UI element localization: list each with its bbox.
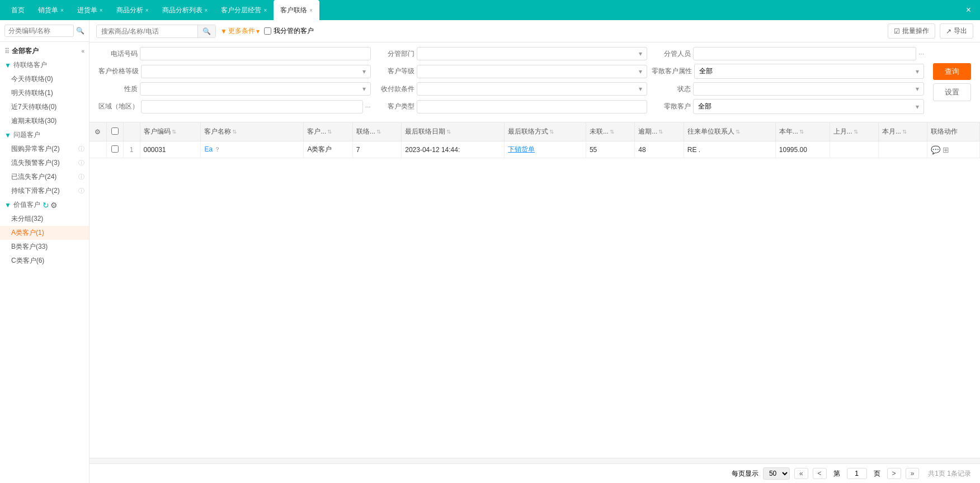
sidebar-item-7days[interactable]: 近7天待联络(0) [0, 100, 89, 114]
th-overdue[interactable]: 逾期... ⇅ [635, 122, 684, 141]
customer-level-select[interactable]: ▾ [417, 65, 648, 78]
query-button[interactable]: 查询 [933, 63, 971, 80]
row-uncontacted: 55 [586, 141, 634, 158]
search-input[interactable] [97, 25, 197, 37]
th-this-month[interactable]: 本月... ⇅ [878, 122, 927, 141]
manager-dots[interactable]: ··· [918, 50, 924, 58]
sidebar-search-input[interactable] [4, 25, 74, 37]
select-all-checkbox[interactable] [111, 127, 119, 135]
table-row: 1 000031 Ea ？ A类客户 7 2023-04-12 14:44: 下… [89, 141, 980, 158]
action-more-icon[interactable]: ⊞ [943, 145, 949, 154]
customer-level-label: 客户等级 [375, 67, 414, 76]
payment-arrow: ▾ [639, 85, 642, 93]
sidebar-search-icon[interactable]: 🔍 [76, 27, 84, 35]
page-size-label: 每页显示 [732, 469, 758, 479]
price-level-select[interactable]: ▾ [141, 65, 371, 78]
filter-toolbar: 🔍 ▼ 更多条件 ▾ 我分管的客户 ☑ 批量操作 ↗ 导出 [89, 20, 980, 42]
search-button[interactable]: 🔍 [197, 25, 215, 37]
sidebar-collapse-btn[interactable]: « [81, 48, 84, 54]
sidebar-item-a-class[interactable]: A类客户(1) [0, 226, 89, 240]
nav-analysis-list[interactable]: 商品分析列表 × [156, 0, 215, 20]
th-unit-contact[interactable]: 往来单位联系人 ⇅ [684, 122, 775, 141]
region-input[interactable] [141, 100, 363, 113]
action-chat-icon[interactable]: 💬 [931, 145, 940, 154]
nav-customer-tier-close[interactable]: × [263, 7, 267, 13]
value-refresh-icon[interactable]: ↻ [43, 201, 49, 210]
th-code[interactable]: 客户编码 ⇅ [140, 122, 201, 141]
current-page-input[interactable] [847, 468, 867, 479]
filter-cell-price-level: 客户价格等级 ▾ [98, 65, 371, 78]
th-last-date[interactable]: 最后联络日期 ⇅ [402, 122, 505, 141]
manager-input[interactable] [693, 47, 916, 60]
th-name[interactable]: 客户名称 ⇅ [201, 122, 304, 141]
sidebar-item-churned[interactable]: 已流失客户(24) ⓘ [0, 170, 89, 184]
close-all-tabs[interactable]: × [962, 5, 976, 15]
row-name[interactable]: Ea ？ [201, 141, 304, 158]
prev-page-btn[interactable]: < [813, 468, 827, 479]
filter-cell-dept: 分管部门 ▾ [375, 47, 648, 60]
th-last-month[interactable]: 上月... ⇅ [830, 122, 878, 141]
customer-type-input[interactable] [417, 100, 648, 113]
th-last-method[interactable]: 最后联络方式 ⇅ [505, 122, 586, 141]
nav-analysis-list-close[interactable]: × [205, 7, 208, 13]
last-page-btn[interactable]: » [906, 468, 920, 479]
price-level-label: 客户价格等级 [98, 67, 139, 76]
nav-purchase[interactable]: 进货单 × [70, 0, 110, 20]
row-select-checkbox[interactable] [111, 145, 119, 153]
nav-customer-contact-close[interactable]: × [309, 7, 313, 13]
sidebar-item-c-class[interactable]: C类客户(6) [0, 254, 89, 268]
sidebar-all-customers: ⠿ 全部客户 « [0, 42, 89, 58]
sidebar-item-tomorrow[interactable]: 明天待联络(1) [0, 86, 89, 100]
row-contact: 7 [352, 141, 401, 158]
nav-analysis[interactable]: 商品分析 × [110, 0, 156, 20]
my-customers-checkbox[interactable]: 我分管的客户 [264, 26, 314, 36]
sidebar-item-today[interactable]: 今天待联络(0) [0, 72, 89, 86]
export-icon: ↗ [946, 27, 951, 35]
more-conditions-btn[interactable]: ▼ 更多条件 ▾ [220, 26, 260, 36]
nature-select[interactable]: ▾ [140, 82, 371, 96]
value-settings-icon[interactable]: ⚙ [50, 201, 58, 210]
nav-customer-tier[interactable]: 客户分层经营 × [214, 0, 274, 20]
phone-input[interactable] [140, 47, 371, 60]
total-label: 共1页 1条记录 [928, 469, 971, 479]
sidebar-group-problem-label[interactable]: ▼ 问题客户 [0, 128, 89, 142]
sidebar-item-overdue[interactable]: 逾期未联络(30) [0, 114, 89, 128]
th-uncontacted[interactable]: 未联... ⇅ [586, 122, 634, 141]
th-type[interactable]: 客户... ⇅ [304, 122, 352, 141]
nav-customer-contact[interactable]: 客户联络 × [274, 0, 319, 20]
payment-select[interactable]: ▾ [417, 82, 648, 96]
region-dots[interactable]: ··· [365, 103, 371, 111]
nav-sales-close[interactable]: × [60, 7, 64, 13]
row-this-year: 10995.00 [775, 141, 830, 158]
nav-analysis-close[interactable]: × [145, 7, 149, 13]
sidebar-group-pending-label[interactable]: ▼ 待联络客户 [0, 58, 89, 72]
page-size-select[interactable]: 50 [763, 467, 790, 480]
sidebar-item-unclassified[interactable]: 未分组(32) [0, 212, 89, 226]
batch-op-button[interactable]: ☑ 批量操作 [888, 23, 935, 39]
status-select[interactable]: ▾ [693, 82, 924, 96]
retail-attr-select[interactable]: 全部 ▾ [694, 64, 924, 79]
horizontal-scrollbar[interactable] [89, 458, 980, 463]
nav-home[interactable]: 首页 [4, 0, 31, 20]
nav-sales[interactable]: 销货单 × [31, 0, 70, 20]
sidebar-item-churn-warning[interactable]: 流失预警客户(3) ⓘ [0, 156, 89, 170]
retail-select[interactable]: 全部 ▾ [693, 99, 924, 114]
export-button[interactable]: ↗ 导出 [940, 23, 973, 39]
sidebar-item-hoard[interactable]: 囤购异常客户(2) ⓘ [0, 142, 89, 156]
th-contact[interactable]: 联络... ⇅ [352, 122, 401, 141]
row-code: 000031 [140, 141, 201, 158]
settings-button[interactable]: 设置 [933, 83, 971, 101]
row-last-method[interactable]: 下销货单 [505, 141, 586, 158]
th-this-year[interactable]: 本年... ⇅ [775, 122, 830, 141]
sidebar-group-value-label[interactable]: ▼ 价值客户 ↻ ⚙ [0, 198, 89, 212]
first-page-btn[interactable]: « [794, 468, 808, 479]
dept-select[interactable]: ▾ [417, 47, 648, 60]
table-settings-icon[interactable]: ⚙ [95, 128, 101, 136]
my-customers-check[interactable] [264, 27, 271, 35]
filter-cell-region: 区域（地区） ··· [98, 100, 371, 113]
next-page-btn[interactable]: > [887, 468, 901, 479]
nav-purchase-close[interactable]: × [100, 7, 103, 13]
sidebar-item-declining[interactable]: 持续下滑客户(2) ⓘ [0, 184, 89, 198]
status-label: 状态 [652, 84, 691, 94]
sidebar-item-b-class[interactable]: B类客户(33) [0, 240, 89, 254]
